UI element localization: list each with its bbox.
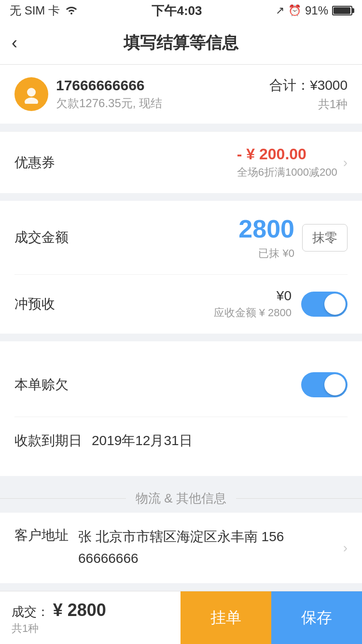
user-total: 合计：¥3000 共1种	[269, 76, 348, 112]
bottom-bar: 成交： ¥ 2800 共1种 挂单 保存	[0, 591, 362, 644]
debt-toggle[interactable]	[301, 372, 348, 397]
coupon-right: - ¥ 200.00 全场6折满1000减200 ›	[237, 145, 348, 180]
due-date-label: 收款到期日	[14, 432, 82, 450]
section-separator-2	[0, 334, 362, 341]
status-time: 下午4:03	[152, 2, 202, 19]
hold-button[interactable]: 挂单	[181, 591, 271, 644]
coupon-info: - ¥ 200.00 全场6折满1000减200	[237, 145, 337, 180]
main-content: 17666666666 欠款1276.35元, 现结 合计：¥3000 共1种 …	[0, 65, 362, 644]
debt-toggle-knob	[324, 374, 346, 395]
logistics-label: 物流 & 其他信息	[136, 491, 226, 505]
battery-percent: 91%	[305, 4, 328, 17]
user-info-left: 17666666666 欠款1276.35元, 现结	[14, 77, 162, 111]
coupon-chevron-icon: ›	[343, 155, 348, 170]
logistics-label-wrap: 物流 & 其他信息	[126, 490, 236, 507]
debt-section: 本单赊欠 收款到期日 2019年12月31日	[0, 341, 362, 476]
user-subtitle: 欠款1276.35元, 现结	[56, 96, 162, 111]
location-icon: ↗	[276, 4, 284, 17]
pre-receive-right: ¥0 应收金额 ¥ 2800	[214, 288, 348, 320]
save-button[interactable]: 保存	[271, 591, 362, 644]
status-left: 无 SIM 卡	[10, 3, 78, 18]
logistics-separator: 物流 & 其他信息	[0, 484, 362, 513]
pre-sub-label: 应收金额 ¥ 2800	[214, 306, 292, 320]
avatar	[14, 77, 48, 111]
page-title: 填写结算等信息	[124, 32, 238, 54]
pre-receive-info: ¥0 应收金额 ¥ 2800	[214, 288, 292, 320]
address-value: 张 北京市市辖区海淀区永丰南 156 66666666	[78, 526, 334, 570]
section-separator	[0, 193, 362, 201]
round-zero-button[interactable]: 抹零	[302, 224, 348, 252]
carrier-text: 无 SIM 卡	[10, 3, 60, 18]
coupon-discount: - ¥ 200.00	[237, 145, 337, 163]
debt-label: 本单赊欠	[14, 376, 69, 394]
coupon-row[interactable]: 优惠券 - ¥ 200.00 全场6折满1000减200 ›	[0, 131, 362, 193]
due-date-row: 收款到期日 2019年12月31日	[14, 417, 348, 464]
user-phone: 17666666666	[56, 77, 162, 94]
status-bar: 无 SIM 卡 下午4:03 ↗ ⏰ 91%	[0, 0, 362, 21]
toggle-knob	[324, 294, 346, 315]
address-section[interactable]: 客户地址 张 北京市市辖区海淀区永丰南 156 66666666 ›	[0, 513, 362, 583]
alarm-icon: ⏰	[288, 4, 301, 17]
user-info-row: 17666666666 欠款1276.35元, 现结 合计：¥3000 共1种	[14, 76, 348, 112]
wifi-icon	[65, 4, 78, 17]
rounded-label: 已抹 ¥0	[238, 246, 294, 261]
svg-point-1	[25, 98, 38, 104]
amount-section: 成交金额 2800 已抹 ¥0 抹零 冲预收 ¥0 应收金额 ¥ 2800	[0, 201, 362, 334]
pre-receive-row: 冲预收 ¥0 应收金额 ¥ 2800	[14, 275, 348, 334]
battery-icon	[332, 6, 352, 15]
total-amount: 合计：¥3000	[269, 76, 348, 95]
pre-amount-value: ¥0	[214, 288, 292, 304]
pre-receive-toggle[interactable]	[301, 292, 348, 317]
user-info-card: 17666666666 欠款1276.35元, 现结 合计：¥3000 共1种	[0, 65, 362, 124]
bottom-count: 共1种	[12, 621, 169, 636]
coupon-desc: 全场6折满1000减200	[237, 165, 337, 180]
deal-amount-right: 2800 已抹 ¥0 抹零	[238, 214, 348, 261]
deal-amount-row: 成交金额 2800 已抹 ¥0 抹零	[14, 201, 348, 275]
address-chevron-icon: ›	[343, 540, 348, 556]
nav-bar: ‹ 填写结算等信息	[0, 21, 362, 65]
bottom-deal-row: 成交： ¥ 2800	[12, 600, 169, 620]
deal-amount-info: 2800 已抹 ¥0	[238, 214, 294, 261]
bottom-deal-amount: ¥ 2800	[53, 600, 106, 620]
bottom-info: 成交： ¥ 2800 共1种	[0, 600, 181, 636]
total-count: 共1种	[269, 97, 348, 112]
pre-receive-label: 冲预收	[14, 295, 55, 313]
deal-amount-label: 成交金额	[14, 228, 69, 247]
status-right: ↗ ⏰ 91%	[276, 4, 352, 17]
debt-row: 本单赊欠	[14, 353, 348, 417]
deal-amount-value: 2800	[238, 215, 294, 243]
bottom-deal-label: 成交：	[12, 604, 49, 619]
user-details: 17666666666 欠款1276.35元, 现结	[56, 77, 162, 111]
address-label: 客户地址	[14, 526, 69, 545]
due-date-value: 2019年12月31日	[92, 432, 193, 450]
coupon-label: 优惠券	[14, 154, 55, 172]
back-button[interactable]: ‹	[12, 33, 17, 53]
svg-point-0	[27, 88, 36, 97]
